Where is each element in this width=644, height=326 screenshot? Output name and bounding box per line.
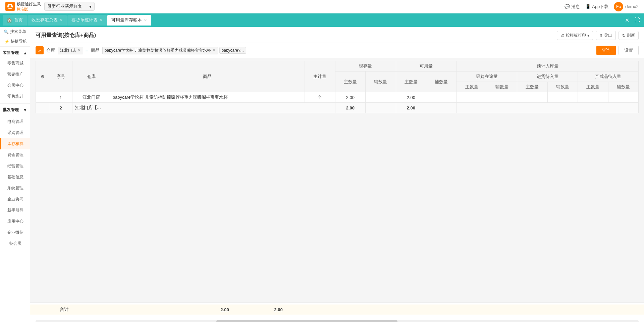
cell-incoming-aux xyxy=(547,92,578,103)
app-download-action[interactable]: 📱 App下载 xyxy=(585,4,608,10)
warehouse-more-button[interactable]: ··· xyxy=(85,48,88,53)
sidebar-item-system[interactable]: 系统管理 xyxy=(0,183,30,194)
cell-product: babycare学饮杯 儿童防摔防撞吸管杯重力球吸嘴杯宝宝水杯 xyxy=(110,92,305,103)
sidebar-item-member[interactable]: 会员中心 xyxy=(0,80,30,91)
th-warehouse: 仓库 xyxy=(72,61,110,92)
th-product-incoming-aux: 辅数量 xyxy=(608,82,639,92)
setting-button[interactable]: 设置 xyxy=(619,46,639,55)
total-current-main: 2.00 xyxy=(211,305,238,315)
page-header: 可用量查询(按仓库+商品) 🖨 按模板打印 ▾ ⬆ 导出 ↻ 刷新 xyxy=(30,27,644,43)
warehouse-tag[interactable]: 江北门店 ✕ xyxy=(58,47,83,54)
filter-expand-button[interactable]: » xyxy=(36,46,44,54)
chevron-icon: ▲ xyxy=(23,51,27,55)
sidebar-item-enterprise[interactable]: 企业协同 xyxy=(0,194,30,205)
sidebar-item-retail-stat[interactable]: 零售统计 xyxy=(0,91,30,102)
sidebar-item-operations[interactable]: 经营管理 xyxy=(0,160,30,172)
message-icon: 💬 xyxy=(565,4,570,9)
subtotal-row: 2 江北门店【... 2.00 2.00 xyxy=(36,103,639,113)
main-layout: 🔍 搜索菜单 ⚡ 快捷导航 零售管理 ▲ 零售商城 营销推广 会员中心 零售统计 xyxy=(0,27,644,326)
total-available-main: 2.00 xyxy=(265,305,292,315)
tab-receivable[interactable]: 收发存汇总表 ✕ xyxy=(28,15,67,26)
sidebar-item-retail-mgmt[interactable]: 零售管理 ▲ xyxy=(0,48,30,58)
th-purchase-transit-main: 主数量 xyxy=(457,82,487,92)
home-icon: 🏠 xyxy=(7,18,12,23)
sidebar-item-vip[interactable]: 畅会员 xyxy=(0,238,30,249)
sidebar-group-wholesale: 批发管理 ▼ xyxy=(0,103,30,116)
sidebar-item-marketing[interactable]: 营销推广 xyxy=(0,69,30,80)
sidebar-item-inventory[interactable]: 库存核算 xyxy=(0,138,30,149)
sidebar-search[interactable]: 🔍 搜索菜单 xyxy=(0,27,30,37)
product-tag-2[interactable]: babycare?... xyxy=(219,47,246,54)
close-tab-purchase-stat[interactable]: ✕ xyxy=(100,18,103,22)
app-download-icon: 📱 xyxy=(585,4,591,9)
industry-selector[interactable]: 母婴行业演示账套 ▾ xyxy=(44,2,95,11)
product-tag-1[interactable]: babycare学饮杯 儿童防摔防撞吸管杯重力球吸嘴杯宝宝水杯 ✕ xyxy=(102,47,218,54)
refresh-button[interactable]: ↻ 刷新 xyxy=(619,31,639,40)
close-tab-receivable[interactable]: ✕ xyxy=(60,18,63,22)
cell-settings xyxy=(36,92,49,103)
tab-available-stock[interactable]: 可用量库存账本 ✕ xyxy=(107,15,151,26)
th-product-incoming-main: 主数量 xyxy=(578,82,608,92)
tab-bar: 🏠 首页 收发存汇总表 ✕ 要货单统计表 ✕ 可用量库存账本 ✕ ✕ ⛶ xyxy=(0,13,644,27)
print-button[interactable]: 🖨 按模板打印 ▾ xyxy=(557,31,593,40)
remove-warehouse-tag[interactable]: ✕ xyxy=(77,48,81,53)
th-purchase-transit: 采购在途量 xyxy=(457,72,517,82)
sidebar-item-wholesale-mgmt[interactable]: 批发管理 ▼ xyxy=(0,105,30,115)
sidebar-item-guide[interactable]: 新手引导 xyxy=(0,205,30,216)
print-dropdown-icon: ▾ xyxy=(587,33,589,38)
fullscreen-button[interactable]: ⛶ xyxy=(633,16,641,25)
sidebar-item-ecommerce[interactable]: 电商管理 xyxy=(0,116,30,127)
th-incoming-aux: 辅数量 xyxy=(547,82,578,92)
avatar: Ea xyxy=(614,2,623,11)
total-label: 合计 xyxy=(57,305,97,315)
close-all-tabs-button[interactable]: ✕ xyxy=(624,16,631,25)
horizontal-scrollbar[interactable] xyxy=(36,320,639,322)
top-bar-right: 💬 消息 📱 App下载 Ea demo2 xyxy=(565,2,639,11)
user-menu[interactable]: Ea demo2 xyxy=(614,2,639,11)
refresh-icon: ↻ xyxy=(622,33,626,38)
cell-subtotal-available-aux xyxy=(426,103,456,113)
th-forecast: 预计入库量 xyxy=(457,61,639,72)
top-bar: 畅捷通好生意 标准版 母婴行业演示账套 ▾ 💬 消息 📱 App下载 Ea de… xyxy=(0,0,644,13)
remove-product-tag-1[interactable]: ✕ xyxy=(212,48,216,53)
close-tab-available-stock[interactable]: ✕ xyxy=(144,18,147,22)
th-settings[interactable]: ⚙ xyxy=(36,61,49,92)
sidebar-item-purchase[interactable]: 采购管理 xyxy=(0,127,30,138)
table-container: ⚙ 序号 仓库 商品 主计量 现存量 可用量 预计入库量 主数量 辅数量 主数量… xyxy=(30,58,644,302)
sidebar-item-retail-mall[interactable]: 零售商城 xyxy=(0,58,30,69)
tab-bar-actions: ✕ ⛶ xyxy=(624,16,641,25)
th-available-aux: 辅数量 xyxy=(426,72,456,92)
sidebar-item-app-center[interactable]: 应用中心 xyxy=(0,216,30,227)
sidebar-item-enterprise-wechat[interactable]: 企业微信 xyxy=(0,227,30,238)
cell-index: 2 xyxy=(49,103,72,113)
product-label: 商品 xyxy=(91,47,100,53)
cell-product-incoming-main xyxy=(578,92,608,103)
table-row: 1 江北门店 babycare学饮杯 儿童防摔防撞吸管杯重力球吸嘴杯宝宝水杯 个… xyxy=(36,92,639,103)
message-action[interactable]: 💬 消息 xyxy=(565,4,580,10)
sidebar-nav[interactable]: ⚡ 快捷导航 xyxy=(0,37,30,46)
th-product: 商品 xyxy=(110,61,305,92)
sidebar-item-basic-info[interactable]: 基础信息 xyxy=(0,172,30,183)
query-button[interactable]: 查询 xyxy=(596,46,616,55)
th-current-aux: 辅数量 xyxy=(366,72,396,92)
cell-subtotal-label: 江北门店【... xyxy=(72,103,335,113)
tab-home[interactable]: 🏠 首页 xyxy=(3,15,27,26)
sidebar-item-finance[interactable]: 资金管理 xyxy=(0,149,30,160)
total-row: 合计 2.00 2.00 xyxy=(30,305,644,315)
th-index: 序号 xyxy=(49,61,72,92)
tab-purchase-stat[interactable]: 要货单统计表 ✕ xyxy=(67,15,107,26)
print-icon: 🖨 xyxy=(560,33,565,38)
th-incoming: 进货待入量 xyxy=(517,72,578,82)
cell-subtotal-current-main: 2.00 xyxy=(335,103,365,113)
th-available-main: 主数量 xyxy=(396,72,426,92)
export-button[interactable]: ⬆ 导出 xyxy=(596,31,616,40)
scrollbar-thumb[interactable] xyxy=(216,320,397,322)
cell-purchase-transit-aux xyxy=(487,92,517,103)
cell-warehouse: 江北门店 xyxy=(72,92,110,103)
filter-buttons: 查询 设置 xyxy=(596,46,639,55)
total-footer: 合计 2.00 2.00 xyxy=(30,302,644,316)
th-purchase-transit-aux: 辅数量 xyxy=(487,82,517,92)
sidebar-group-retail: 零售管理 ▲ 零售商城 营销推广 会员中心 零售统计 xyxy=(0,46,30,103)
page-title: 可用量查询(按仓库+商品) xyxy=(36,32,96,39)
chevron-down-icon: ▼ xyxy=(23,108,27,112)
